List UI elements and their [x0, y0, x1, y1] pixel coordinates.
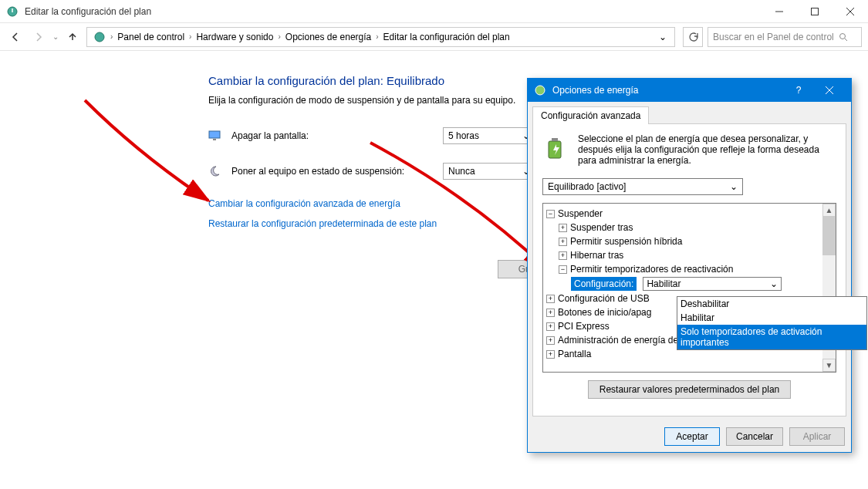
address-icon — [93, 31, 106, 43]
moon-icon — [208, 165, 221, 177]
chevron-right-icon: › — [278, 32, 280, 41]
scroll-down-button[interactable]: ▼ — [822, 359, 836, 372]
expand-icon[interactable]: + — [559, 224, 567, 232]
refresh-button[interactable] — [683, 27, 703, 47]
tree-node-config[interactable]: Configuración: Habilitar ⌄ — [546, 276, 819, 292]
dialog-title: Opciones de energía — [552, 85, 783, 96]
dialog-close-button[interactable] — [814, 79, 845, 102]
tree-node-suspender[interactable]: −Suspender — [546, 207, 819, 221]
back-button[interactable] — [6, 28, 25, 46]
config-select[interactable]: Habilitar ⌄ — [643, 277, 782, 291]
search-placeholder: Buscar en el Panel de control — [713, 32, 834, 42]
dialog-buttons: Aceptar Cancelar Aplicar — [528, 421, 851, 452]
tree-node-hibrida[interactable]: +Permitir suspensión híbrida — [546, 234, 819, 248]
sleep-select[interactable]: Nunca ⌄ — [443, 163, 535, 180]
config-label: Configuración: — [571, 277, 637, 291]
dropdown-option-solo-importantes[interactable]: Solo temporizadores de activación import… — [677, 325, 866, 349]
svg-point-5 — [95, 32, 104, 42]
window-titlebar: Editar la configuración del plan — [0, 0, 868, 23]
crumb-2[interactable]: Hardware y sonido — [193, 32, 276, 42]
search-input[interactable]: Buscar en el Panel de control — [708, 27, 862, 47]
svg-rect-14 — [552, 138, 558, 141]
recent-dropdown[interactable]: ⌄ — [52, 32, 59, 41]
chevron-down-icon: ⌄ — [730, 181, 738, 192]
app-icon — [6, 5, 19, 18]
expand-icon[interactable]: + — [559, 238, 567, 246]
expand-icon[interactable]: + — [546, 295, 555, 303]
svg-point-10 — [535, 86, 545, 95]
up-button[interactable] — [63, 28, 82, 46]
expand-icon[interactable]: + — [546, 350, 555, 359]
expand-icon[interactable]: + — [546, 309, 555, 317]
window-controls — [762, 0, 868, 22]
expand-icon[interactable]: + — [559, 251, 567, 260]
expand-icon[interactable]: + — [546, 336, 555, 345]
minimize-button[interactable] — [762, 0, 797, 22]
close-button[interactable] — [833, 0, 868, 22]
collapse-icon[interactable]: − — [546, 210, 555, 218]
search-icon — [839, 32, 848, 42]
chevron-right-icon: › — [110, 32, 113, 41]
battery-icon — [542, 133, 570, 161]
dropdown-option-deshabilitar[interactable]: Deshabilitar — [677, 297, 866, 311]
navbar: ⌄ › Panel de control › Hardware y sonido… — [0, 23, 868, 51]
sleep-label: Poner al equipo en estado de suspensión: — [231, 166, 432, 177]
chevron-down-icon: ⌄ — [770, 278, 778, 290]
chevron-right-icon: › — [189, 32, 191, 41]
scroll-thumb[interactable] — [822, 217, 836, 255]
tab-advanced[interactable]: Configuración avanzada — [532, 106, 649, 124]
crumb-4[interactable]: Editar la configuración del plan — [380, 32, 513, 42]
dropdown-option-habilitar[interactable]: Habilitar — [677, 311, 866, 325]
tree-node-suspender-tras[interactable]: +Suspender tras — [546, 221, 819, 234]
chevron-right-icon: › — [376, 32, 378, 41]
svg-rect-9 — [213, 139, 216, 140]
restore-plan-defaults-button[interactable]: Restaurar valores predeterminados del pl… — [588, 380, 791, 399]
expand-icon[interactable]: + — [546, 322, 555, 331]
cancel-button[interactable]: Cancelar — [726, 427, 783, 446]
dialog-icon — [534, 84, 546, 96]
tab-panel: Seleccione el plan de energía que desea … — [532, 123, 846, 416]
maximize-button[interactable] — [797, 0, 833, 22]
crumb-1[interactable]: Panel de control — [114, 32, 187, 42]
display-off-label: Apagar la pantalla: — [231, 130, 432, 141]
svg-rect-2 — [812, 8, 819, 15]
svg-point-6 — [839, 33, 845, 39]
dialog-titlebar[interactable]: Opciones de energía ? — [528, 79, 851, 102]
svg-rect-8 — [209, 131, 220, 138]
apply-button[interactable]: Aplicar — [789, 427, 845, 446]
ok-button[interactable]: Aceptar — [664, 427, 720, 446]
collapse-icon[interactable]: − — [559, 265, 567, 274]
dialog-description: Seleccione el plan de energía que desea … — [542, 133, 836, 166]
tree-node-hibernar[interactable]: +Hibernar tras — [546, 248, 819, 262]
svg-line-7 — [845, 39, 847, 41]
power-options-dialog: Opciones de energía ? Configuración avan… — [527, 78, 852, 453]
forward-button[interactable] — [29, 28, 48, 46]
scroll-up-button[interactable]: ▲ — [822, 204, 836, 217]
help-button[interactable]: ? — [783, 79, 814, 102]
chevron-down-icon[interactable]: ⌄ — [659, 32, 667, 42]
tree-node-temporizadores[interactable]: −Permitir temporizadores de reactivación — [546, 262, 819, 276]
crumb-3[interactable]: Opciones de energía — [282, 32, 374, 42]
config-dropdown[interactable]: Deshabilitar Habilitar Solo temporizador… — [677, 296, 867, 350]
plan-select[interactable]: Equilibrado [activo] ⌄ — [542, 178, 743, 195]
display-off-select[interactable]: 5 horas ⌄ — [443, 127, 535, 144]
monitor-icon — [208, 130, 221, 142]
window-title: Editar la configuración del plan — [25, 6, 762, 17]
breadcrumb[interactable]: › Panel de control › Hardware y sonido ›… — [86, 27, 675, 47]
